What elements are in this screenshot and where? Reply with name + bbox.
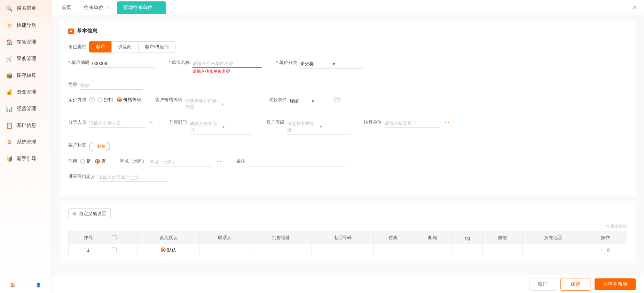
level-radio-circle xyxy=(117,97,122,102)
row-qq xyxy=(453,244,482,256)
sidebar-user-btn[interactable]: 👤 xyxy=(26,280,52,290)
customer-level-select[interactable]: 请选择客户等级 ▼ xyxy=(287,119,350,135)
type-btn-group: 客户 供应商 客户/供应商 xyxy=(89,41,175,52)
supplier-custom-field: 供应商自定义 xyxy=(68,173,168,182)
window-close-btn[interactable]: ✕ xyxy=(630,3,640,12)
row-seq: 1 xyxy=(69,244,108,256)
disabled-no-circle xyxy=(95,159,100,164)
disabled-no-label: 否 xyxy=(101,158,106,164)
sidebar-item-inventory[interactable]: 📦 库存核算 xyxy=(0,67,51,84)
tab-new-partner[interactable]: 新增往来单位 × xyxy=(117,1,166,14)
dept-label: 分管部门 xyxy=(169,119,187,125)
manager-row: 分管人员 ··· 分管部门 请输入分管部门 ▼ 客户等级 请选择客户等级 ▼ xyxy=(68,119,627,135)
manager-input[interactable] xyxy=(89,119,145,128)
col-check xyxy=(108,232,138,244)
col-contact: 联系人 xyxy=(199,232,250,244)
abbr-field: 简称 xyxy=(68,81,143,90)
sidebar-item-quick-nav[interactable]: ⊙ 快捷导航 xyxy=(0,17,51,34)
section-icon: ■ xyxy=(68,29,74,34)
pricing-radio-level[interactable]: 价格等级 xyxy=(117,97,141,103)
discount-label: 折扣 xyxy=(104,97,113,103)
sidebar-item-search[interactable]: 🔍 搜索菜单 xyxy=(0,0,51,17)
supplier-custom-input[interactable] xyxy=(98,173,168,182)
unit-type-row: 单位类型 客户 供应商 客户/供应商 xyxy=(68,41,627,52)
col-address: 到货地址 xyxy=(250,232,312,244)
save-new-button[interactable]: 保存并新增 xyxy=(595,278,636,290)
sidebar-guide-label: 新手引导 xyxy=(17,156,36,162)
save-button[interactable]: 保存 xyxy=(560,278,590,291)
sidebar-basic-label: 基础信息 xyxy=(17,122,36,129)
sidebar-item-guide[interactable]: 🔰 新手引导 xyxy=(0,150,51,167)
abbr-input[interactable] xyxy=(80,81,143,90)
tab-new-partner-label: 新增往来单位 xyxy=(123,5,152,11)
region-input[interactable] xyxy=(150,158,212,166)
settlement-dots-btn[interactable]: ··· xyxy=(443,119,450,125)
dept-select[interactable]: 请输入分管部门 ▼ xyxy=(190,119,252,135)
col-email: 邮箱 xyxy=(413,232,453,244)
unit-code-label: 单位编码 xyxy=(68,59,89,66)
batch-delete-label[interactable]: 批量删除 xyxy=(611,223,627,229)
row-del-btn[interactable]: 🗑 xyxy=(606,247,611,253)
type-btn-supplier[interactable]: 供应商 xyxy=(111,41,138,52)
remarks-input[interactable] xyxy=(248,158,346,166)
contact-table: 序号 设为默认 联系人 到货地址 电话号码 传真 邮箱 qq 微信 所在地区 操… xyxy=(68,231,627,256)
disabled-radio-group: 是 否 xyxy=(80,158,106,164)
sidebar-item-basic[interactable]: 📋 基础信息 xyxy=(0,117,51,134)
tab-partner[interactable]: 往来单位 × xyxy=(78,1,117,14)
row-check[interactable] xyxy=(112,247,117,252)
sidebar-item-finance[interactable]: 💰 资金管理 xyxy=(0,84,51,100)
finance-icon: 💰 xyxy=(6,88,13,96)
remarks-field: 备注 xyxy=(236,158,346,166)
add-tag-btn[interactable]: + 标签 xyxy=(89,142,110,151)
customer-level-label: 客户等级 xyxy=(266,119,284,125)
pricing-help-icon[interactable]: ? xyxy=(89,97,95,102)
tab-bar: 首页 往来单位 × 新增往来单位 × ✕ xyxy=(52,0,644,15)
tab-home[interactable]: 首页 xyxy=(56,1,77,14)
unit-code-input[interactable] xyxy=(92,59,155,68)
main-area: 首页 往来单位 × 新增往来单位 × ✕ ■ 基本信息 单位类型 xyxy=(52,0,644,293)
tab-new-partner-close[interactable]: × xyxy=(155,5,160,11)
price-level-select[interactable]: 请选择客户价格等级 ▼ xyxy=(185,97,255,112)
remarks-label: 备注 xyxy=(236,158,245,164)
price-level-field: 客户价格等级 请选择客户价格等级 ▼ xyxy=(155,97,255,112)
payment-label: 收款条件 xyxy=(269,97,287,103)
row-default-radio[interactable]: 默认 xyxy=(141,247,196,253)
sidebar-item-operation[interactable]: 📊 经营管理 xyxy=(0,100,51,117)
supplier-custom-label: 供应商自定义 xyxy=(68,173,95,180)
payment-select[interactable]: 现结 ▼ xyxy=(290,97,331,106)
unit-category-select[interactable]: 未分类 ▼ xyxy=(300,59,363,69)
payment-help-icon[interactable]: ? xyxy=(334,97,340,102)
tab-home-label: 首页 xyxy=(62,5,71,11)
row-add-btn[interactable]: + xyxy=(600,247,603,253)
manager-field: 分管人员 ··· xyxy=(68,119,155,128)
custom-settings-btn[interactable]: ⚙ 自定义项设置 xyxy=(68,208,111,219)
sidebar-item-system[interactable]: ⚙ 系统管理 xyxy=(0,134,51,150)
sidebar-item-purchase[interactable]: 🛒 采购管理 xyxy=(0,50,51,67)
row-default: 默认 xyxy=(138,244,199,256)
row-action: + 🗑 xyxy=(584,244,627,256)
unit-name-input[interactable] xyxy=(193,59,262,68)
tab-partner-close[interactable]: × xyxy=(105,5,111,11)
settlement-input[interactable] xyxy=(385,119,440,128)
disabled-yes-circle xyxy=(80,159,85,164)
row-region xyxy=(522,244,584,256)
sidebar-system-label: 系统管理 xyxy=(17,139,36,145)
sidebar-item-sales[interactable]: 🏠 销售管理 xyxy=(0,34,51,50)
manager-dots-btn[interactable]: ··· xyxy=(148,119,155,125)
disabled-no-radio[interactable]: 否 xyxy=(95,158,106,164)
col-seq: 序号 xyxy=(69,232,108,244)
type-btn-both[interactable]: 客户/供应商 xyxy=(138,41,175,52)
row-wechat xyxy=(482,244,522,256)
sidebar-home-btn[interactable]: 🏠 xyxy=(0,280,26,290)
select-all-checkbox[interactable] xyxy=(112,235,117,240)
type-btn-customer[interactable]: 客户 xyxy=(89,41,111,52)
inventory-icon: 📦 xyxy=(6,72,13,79)
cancel-button[interactable]: 取消 xyxy=(529,278,556,291)
region-dots-btn[interactable]: ··· xyxy=(215,158,222,164)
guide-icon: 🔰 xyxy=(6,155,13,163)
customer-level-placeholder: 请选择客户等级 xyxy=(287,121,318,133)
pricing-radio-discount[interactable]: 折扣 xyxy=(97,97,113,103)
disabled-yes-radio[interactable]: 是 xyxy=(80,158,91,164)
batch-delete-area: ⊡ 批量删除 xyxy=(68,223,627,229)
tags-label: 客户标签 xyxy=(68,142,86,148)
